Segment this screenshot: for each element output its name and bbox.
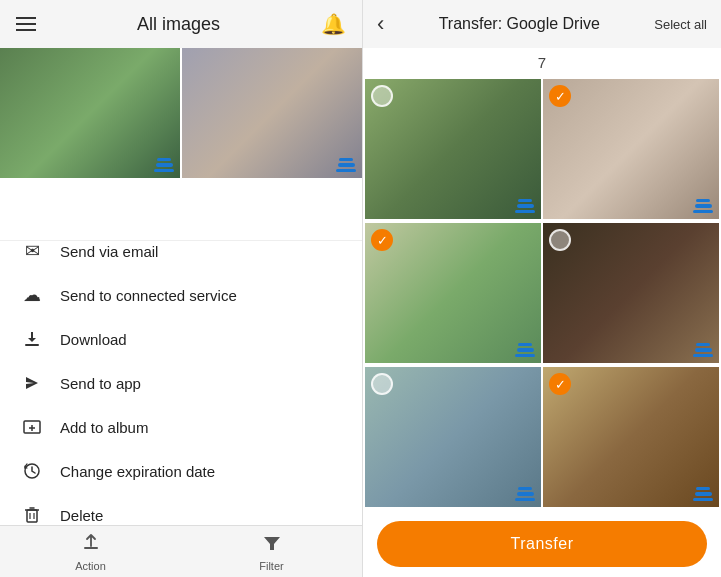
menu-item-send-connected[interactable]: ☁ Send to connected service (0, 273, 362, 317)
menu-item-download[interactable]: Download (0, 317, 362, 361)
select-circle-6[interactable]: ✓ (549, 373, 571, 395)
menu-item-add-album-label: Add to album (60, 419, 148, 436)
transfer-button[interactable]: Transfer (377, 521, 707, 567)
menu-item-send-connected-label: Send to connected service (60, 287, 237, 304)
right-header: ‹ Transfer: Google Drive Select all (363, 0, 721, 48)
action-tab-label: Action (75, 560, 106, 572)
select-all-button[interactable]: Select all (654, 17, 707, 32)
delete-icon (20, 503, 44, 527)
right-image-cell-6[interactable]: ✓ (543, 367, 719, 507)
stack-icon-r2 (693, 199, 713, 213)
menu-item-delete[interactable]: Delete (0, 493, 362, 537)
stack-icon-1 (154, 158, 174, 172)
menu-item-send-email-label: Send via email (60, 243, 158, 260)
select-circle-5[interactable] (371, 373, 393, 395)
menu-item-delete-label: Delete (60, 507, 103, 524)
menu-item-send-app[interactable]: Send to app (0, 361, 362, 405)
select-circle-4[interactable] (549, 229, 571, 251)
stack-icon-r5 (515, 487, 535, 501)
select-circle-1[interactable] (371, 85, 393, 107)
svg-rect-5 (27, 510, 37, 522)
select-circle-2[interactable]: ✓ (549, 85, 571, 107)
send-email-icon: ✉ (20, 239, 44, 263)
stack-icon-r4 (693, 343, 713, 357)
right-image-cell-2[interactable]: ✓ (543, 79, 719, 219)
right-image-cell-1[interactable] (365, 79, 541, 219)
right-image-cell-4[interactable] (543, 223, 719, 363)
right-image-cell-5[interactable] (365, 367, 541, 507)
svg-rect-0 (25, 344, 39, 346)
stack-icon-r6 (693, 487, 713, 501)
stack-icon-2 (336, 158, 356, 172)
send-app-icon (20, 371, 44, 395)
svg-marker-11 (264, 537, 280, 550)
menu-item-change-expiration-label: Change expiration date (60, 463, 215, 480)
notification-bell-icon[interactable]: 🔔 (321, 12, 346, 36)
right-image-cell-3[interactable]: ✓ (365, 223, 541, 363)
menu-item-add-album[interactable]: Add to album (0, 405, 362, 449)
add-album-icon (20, 415, 44, 439)
download-icon (20, 327, 44, 351)
right-panel-title: Transfer: Google Drive (439, 15, 600, 33)
filter-tab-label: Filter (259, 560, 283, 572)
menu-item-send-app-label: Send to app (60, 375, 141, 392)
menu-item-change-expiration[interactable]: Change expiration date (0, 449, 362, 493)
left-panel-title: All images (137, 14, 220, 35)
expiration-icon (20, 459, 44, 483)
svg-rect-10 (84, 547, 98, 549)
left-panel: All images 🔔 ✉ Send via email ☁ Send to … (0, 0, 362, 577)
context-menu: ✉ Send via email ☁ Send to connected ser… (0, 240, 362, 525)
stack-icon-r1 (515, 199, 535, 213)
image-cell-2[interactable] (182, 48, 362, 178)
back-button[interactable]: ‹ (377, 11, 384, 37)
image-cell-1[interactable] (0, 48, 180, 178)
hamburger-menu-icon[interactable] (16, 17, 36, 31)
left-header: All images 🔔 (0, 0, 362, 48)
cloud-icon: ☁ (20, 283, 44, 307)
menu-item-send-email[interactable]: ✉ Send via email (0, 229, 362, 273)
image-count: 7 (363, 48, 721, 77)
menu-item-download-label: Download (60, 331, 127, 348)
select-circle-3[interactable]: ✓ (371, 229, 393, 251)
right-image-grid: ✓ ✓ ✓ (363, 77, 721, 511)
stack-icon-r3 (515, 343, 535, 357)
transfer-bar: Transfer (363, 511, 721, 577)
right-panel: ‹ Transfer: Google Drive Select all 7 ✓ … (362, 0, 721, 577)
